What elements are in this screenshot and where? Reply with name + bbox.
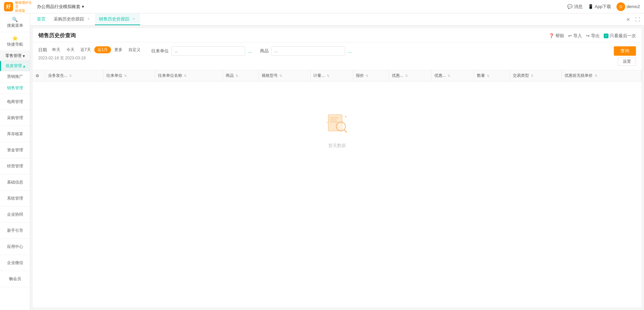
th-discount2[interactable]: 优惠... ⇅ [432, 70, 474, 82]
import-btn[interactable]: ↩ 导入 [568, 33, 582, 39]
th-spec[interactable]: 规格型号 ⇅ [259, 70, 310, 82]
partner-input[interactable] [171, 46, 245, 56]
user-menu[interactable]: D demo2 [616, 2, 640, 11]
page-actions: ❓ 帮助 ↩ 导入 ↪ 导出 ✓ 只看最后一次 [549, 33, 636, 39]
sort-icon: ⇅ [327, 74, 329, 78]
th-settings[interactable]: ⚙ [33, 70, 45, 82]
th-trade-type[interactable]: 交易类型 ⇅ [510, 70, 562, 82]
svg-line-6 [344, 130, 347, 133]
filter-btn-group: 查询 设置 [614, 46, 636, 66]
th-unit[interactable]: 计量... ⇅ [311, 70, 353, 82]
tab-bar-controls: ✕ ⛶ [625, 13, 641, 25]
chevron-down-icon: ▾ [82, 4, 84, 9]
date-btn-1month[interactable]: 近1月 [94, 46, 111, 53]
sidebar-item-wechat[interactable]: 企业微信 [0, 255, 30, 271]
query-button[interactable]: 查询 [614, 46, 636, 56]
date-btn-custom[interactable]: 自定义 [126, 46, 143, 53]
sidebar-item-purchase[interactable]: 采购管理 [0, 110, 30, 126]
sort-icon: ⇅ [69, 74, 72, 78]
page-content: 销售历史价查询 ❓ 帮助 ↩ 导入 ↪ 导出 ✓ [33, 28, 641, 307]
goods-filter-label: 商品 [260, 48, 269, 54]
tab-purchase-history[interactable]: 采购历史价跟踪 × [50, 13, 95, 25]
sidebar-item-guide[interactable]: 新手引导 [0, 223, 30, 239]
logo-icon: 好 [4, 2, 13, 11]
sort-icon: ⇅ [124, 74, 127, 78]
th-pretax-price[interactable]: 优惠前无税单价 ⇅ [562, 70, 641, 82]
tab-sales-history[interactable]: 销售历史价跟踪 × [95, 13, 140, 25]
svg-point-5 [338, 123, 344, 130]
sidebar-item-basicinfo[interactable]: 基础信息 [0, 174, 30, 191]
table-container: ⚙ 业务发生... ⇅ 往来单位 ⇅ 往来单位名称 [33, 70, 641, 82]
sidebar-item-system[interactable]: 系统管理 [0, 191, 30, 207]
tab-close-all-btn[interactable]: ✕ [625, 16, 632, 23]
export-icon: ↪ [586, 33, 590, 38]
goods-picker-btn[interactable]: ... [348, 48, 352, 54]
main-layout: 🔍 搜索菜单 ⭐ 快捷导航 零售管理 ▾ 批发管理 ▴ 营销推广 销售管理 电商… [0, 13, 644, 310]
table-settings-icon: ⚙ [36, 73, 39, 78]
search-icon: 🔍 [12, 17, 18, 22]
date-range-text: 2023-02-18 至 2023-03-18 [38, 55, 143, 61]
import-icon: ↩ [568, 33, 572, 38]
star-icon: ⭐ [12, 36, 18, 41]
th-partner-code[interactable]: 往来单位 ⇅ [103, 70, 155, 82]
date-filter-group: 日期 昨天 今天 近7天 近1月 更多 自定义 2023-02-18 至 202… [38, 46, 143, 61]
th-biz-date[interactable]: 业务发生... ⇅ [45, 70, 103, 82]
goods-input[interactable] [271, 46, 345, 56]
sidebar-item-search[interactable]: 🔍 搜索菜单 [0, 13, 30, 32]
message-icon: 💬 [567, 4, 573, 9]
account-dropdown[interactable]: 办公用品行业模拟账套 ▾ [37, 4, 565, 10]
sidebar-item-finance[interactable]: 资金管理 [0, 142, 30, 158]
sidebar-item-enterprise[interactable]: 企业协同 [0, 207, 30, 223]
sidebar: 🔍 搜索菜单 ⭐ 快捷导航 零售管理 ▾ 批发管理 ▴ 营销推广 销售管理 电商… [0, 13, 30, 310]
goods-filter-group: 商品 ... [260, 46, 352, 56]
empty-text: 暂无数据 [328, 143, 346, 149]
message-btn[interactable]: 💬 消息 [567, 4, 583, 10]
date-buttons: 昨天 今天 近7天 近1月 更多 自定义 [50, 46, 143, 53]
checkbox-icon: ✓ [604, 34, 608, 38]
th-quote[interactable]: 报价 ⇅ [353, 70, 389, 82]
date-btn-yesterday[interactable]: 昨天 [50, 46, 63, 53]
sidebar-item-quicknav[interactable]: ⭐ 快捷导航 [0, 32, 30, 51]
partner-picker-btn[interactable]: ... [248, 48, 252, 54]
empty-illustration: ✦ ✦ [322, 108, 352, 139]
partner-filter-group: 往来单位 ... [151, 46, 252, 56]
data-table: ⚙ 业务发生... ⇅ 往来单位 ⇅ 往来单位名称 [33, 70, 641, 82]
sidebar-item-ecommerce[interactable]: 电商管理 [0, 94, 30, 110]
tab-home[interactable]: 首页 [33, 13, 50, 25]
export-btn[interactable]: ↪ 导出 [586, 33, 600, 39]
chevron-down-icon: ▾ [23, 54, 25, 58]
svg-text:✦: ✦ [326, 121, 328, 124]
sort-icon: ⇅ [366, 74, 368, 78]
partner-filter-label: 往来单位 [151, 48, 169, 54]
tab-close-purchase[interactable]: × [86, 17, 91, 21]
only-last-checkbox[interactable]: ✓ 只看最后一次 [604, 33, 636, 39]
date-btn-today[interactable]: 今天 [64, 46, 77, 53]
page-title: 销售历史价查询 [38, 32, 76, 39]
sidebar-item-operations[interactable]: 经营管理 [0, 158, 30, 174]
svg-text:✦: ✦ [344, 115, 347, 119]
th-goods[interactable]: 商品 ⇅ [223, 70, 259, 82]
settings-button[interactable]: 设置 [618, 57, 636, 66]
sidebar-item-wholesale[interactable]: 批发管理 ▴ [0, 61, 30, 71]
help-btn[interactable]: ❓ 帮助 [549, 33, 564, 39]
sidebar-item-sales-mgmt[interactable]: 销售管理 [0, 83, 30, 94]
tab-maximize-btn[interactable]: ⛶ [634, 16, 641, 23]
sidebar-item-apps[interactable]: 应用中心 [0, 239, 30, 255]
sidebar-item-inventory[interactable]: 库存核算 [0, 126, 30, 142]
content-area: 首页 采购历史价跟踪 × 销售历史价跟踪 × ✕ ⛶ 销售历史价查询 [30, 13, 644, 310]
tab-close-sales[interactable]: × [131, 17, 136, 21]
th-qty[interactable]: 数量 ⇅ [474, 70, 510, 82]
sidebar-item-retail[interactable]: 零售管理 ▾ [0, 51, 30, 61]
th-partner-name[interactable]: 往来单位名称 ⇅ [155, 70, 223, 82]
phone-icon: 📱 [588, 4, 593, 9]
svg-rect-3 [330, 121, 338, 122]
date-btn-more[interactable]: 更多 [112, 46, 125, 53]
avatar: D [616, 2, 625, 11]
date-btn-7days[interactable]: 近7天 [78, 46, 94, 53]
sidebar-item-marketing[interactable]: 营销推广 [0, 71, 30, 83]
th-discount1[interactable]: 优惠... ⇅ [389, 70, 432, 82]
app-download-btn[interactable]: 📱 App下载 [588, 4, 611, 10]
top-header: 好 畅捷通好生意 标准版 办公用品行业模拟账套 ▾ 💬 消息 📱 App下载 D… [0, 0, 644, 13]
sidebar-item-membership[interactable]: 畅会员 [0, 271, 30, 287]
chevron-up-icon: ▴ [23, 64, 25, 68]
